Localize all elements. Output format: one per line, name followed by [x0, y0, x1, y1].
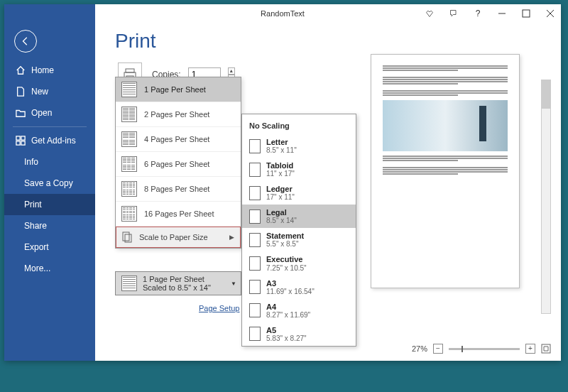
scale-statement[interactable]: Statement5.5" x 8.5": [242, 228, 356, 251]
scale-icon: [122, 232, 132, 243]
pps-icon: [121, 156, 137, 172]
pps-1[interactable]: 1 Page Per Sheet: [116, 77, 241, 102]
nav-addins[interactable]: Get Add-ins: [4, 130, 95, 151]
nav-print[interactable]: Print: [4, 194, 95, 215]
zoom-out-button[interactable]: −: [433, 344, 443, 354]
scale-header-no-scaling[interactable]: No Scaling: [242, 117, 356, 134]
pps-icon: [121, 107, 137, 122]
backstage-sidebar: Home New Open Get Add-ins Info Save a Co…: [4, 4, 95, 361]
scale-ledger[interactable]: Ledger17" x 11": [242, 181, 356, 205]
nav-more[interactable]: More...: [4, 258, 95, 279]
svg-rect-10: [542, 344, 550, 353]
pages-per-sheet-dropdown[interactable]: 1 Page Per Sheet Scaled to 8.5" x 14" ▼: [115, 271, 241, 295]
current-selection-text: 1 Page Per Sheet Scaled to 8.5" x 14": [143, 275, 211, 292]
pps-16[interactable]: 16 Pages Per Sheet: [116, 202, 241, 227]
paper-icon: [249, 233, 261, 247]
scale-legal[interactable]: Legal8.5" x 14": [242, 205, 356, 228]
open-icon: [16, 108, 26, 118]
scale-letter[interactable]: Letter8.5" x 11": [242, 134, 356, 158]
chevron-down-icon: ▼: [231, 281, 236, 287]
scale-to-paper-size[interactable]: Scale to Paper Size ▶: [116, 227, 241, 248]
preview-image: [383, 100, 508, 151]
page-title: Print: [115, 30, 561, 53]
svg-rect-0: [523, 10, 530, 17]
paper-icon: [249, 327, 261, 341]
close-button[interactable]: [540, 4, 561, 23]
preview-page: [371, 54, 520, 288]
content-area: Print Copies: ▲▼ 1 Page Per Sheet 2 Page…: [95, 4, 561, 361]
window-title: RandomText: [261, 9, 305, 18]
page-setup-link[interactable]: Page Setup: [199, 304, 240, 312]
scale-a4[interactable]: A48.27" x 11.69": [242, 299, 356, 322]
maximize-button[interactable]: [515, 4, 537, 23]
addins-icon: [16, 136, 26, 146]
svg-rect-5: [126, 69, 134, 72]
premium-icon[interactable]: [419, 4, 440, 23]
feedback-icon[interactable]: [443, 4, 464, 23]
titlebar: RandomText ?: [4, 4, 561, 23]
pps-icon: [121, 82, 137, 97]
svg-rect-8: [123, 232, 129, 241]
pps-icon: [121, 206, 137, 222]
pps-2[interactable]: 2 Pages Per Sheet: [116, 102, 241, 127]
nav-share[interactable]: Share: [4, 215, 95, 236]
scale-tabloid[interactable]: Tabloid11" x 17": [242, 158, 356, 181]
nav-label: Open: [31, 108, 52, 118]
svg-rect-1: [16, 136, 20, 140]
app-window: RandomText ? Home New Open Get Ad: [4, 4, 561, 361]
paper-icon: [249, 280, 261, 294]
nav-info[interactable]: Info: [4, 151, 95, 173]
back-button[interactable]: [14, 30, 37, 53]
nav-label: Home: [31, 65, 54, 75]
chevron-right-icon: ▶: [229, 234, 234, 241]
scale-to-paper-menu: No Scaling Letter8.5" x 11" Tabloid11" x…: [241, 114, 356, 347]
zoom-in-button[interactable]: +: [525, 344, 535, 354]
nav-label: Get Add-ins: [31, 136, 76, 146]
nav-new[interactable]: New: [4, 81, 95, 102]
pps-4[interactable]: 4 Pages Per Sheet: [116, 127, 241, 152]
paper-icon: [249, 209, 261, 224]
nav-label: New: [31, 87, 48, 97]
zoom-slider[interactable]: [449, 348, 520, 350]
svg-rect-3: [16, 141, 20, 145]
svg-rect-2: [21, 136, 25, 140]
nav-open[interactable]: Open: [4, 102, 95, 124]
zoom-controls: 27% − +: [412, 344, 551, 354]
pps-6[interactable]: 6 Pages Per Sheet: [116, 152, 241, 177]
paper-icon: [249, 163, 261, 177]
nav-home[interactable]: Home: [4, 60, 95, 81]
scale-a5[interactable]: A55.83" x 8.27": [242, 322, 356, 346]
pps-icon: [121, 181, 137, 197]
pps-icon: [121, 276, 137, 291]
pages-per-sheet-menu: 1 Page Per Sheet 2 Pages Per Sheet 4 Pag…: [115, 77, 241, 249]
fit-to-window-icon[interactable]: [541, 344, 551, 354]
scale-a3[interactable]: A311.69" x 16.54": [242, 276, 356, 299]
nav-save-copy[interactable]: Save a Copy: [4, 173, 95, 194]
scale-executive[interactable]: Executive7.25" x 10.5": [242, 251, 356, 275]
pps-8[interactable]: 8 Pages Per Sheet: [116, 177, 241, 202]
zoom-value: 27%: [412, 344, 427, 353]
svg-rect-4: [21, 141, 25, 145]
nav-divider: [13, 126, 87, 127]
paper-icon: [249, 139, 261, 153]
home-icon: [16, 65, 26, 75]
help-button[interactable]: ?: [467, 4, 488, 23]
paper-icon: [249, 303, 261, 317]
new-icon: [16, 87, 26, 97]
minimize-button[interactable]: [491, 4, 513, 23]
preview-scrollbar[interactable]: [541, 80, 551, 314]
paper-icon: [249, 256, 261, 271]
print-preview: [355, 54, 551, 324]
nav-export[interactable]: Export: [4, 236, 95, 258]
paper-icon: [249, 186, 261, 200]
pps-icon: [121, 131, 137, 147]
